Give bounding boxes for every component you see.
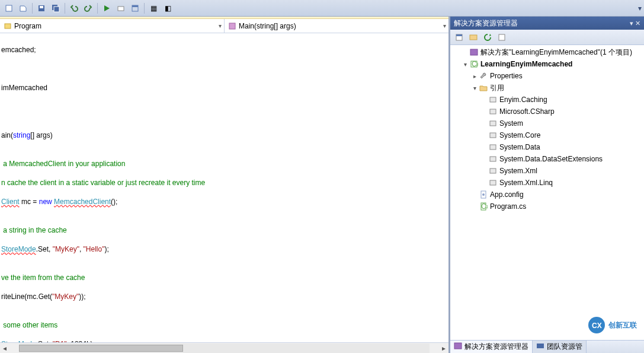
panel-dropdown-icon[interactable]: ▾ ✕ xyxy=(630,20,640,27)
scroll-left-arrow[interactable]: ◂ xyxy=(0,344,9,352)
code-editor-pane: Program ▾ Main(string[] args) ▾ emcached… xyxy=(0,17,450,353)
svg-rect-12 xyxy=(470,35,477,40)
panel-titlebar[interactable]: 解决方案资源管理器 ▾ ✕ xyxy=(450,17,644,30)
toolbar-start-button[interactable] xyxy=(100,2,113,15)
reference-item[interactable]: ▶Microsoft.CSharp xyxy=(450,106,644,117)
reference-item[interactable]: ▶System.Data xyxy=(450,141,644,153)
toolbar-button[interactable]: ◧ xyxy=(161,2,174,15)
reference-item[interactable]: ▶System.Data.DataSetExtensions xyxy=(450,153,644,165)
svg-rect-11 xyxy=(456,34,462,36)
main-toolbar: ▦ ◧ ▾ xyxy=(0,0,644,17)
toolbar-button[interactable] xyxy=(2,2,15,15)
toolbar-separator xyxy=(144,3,145,14)
svg-rect-2 xyxy=(40,6,43,8)
file-node-appconfig[interactable]: ▶App.config xyxy=(450,189,644,201)
show-all-button[interactable] xyxy=(467,31,480,43)
file-node-programcs[interactable]: ▶C#Program.cs xyxy=(450,201,644,212)
svg-rect-30 xyxy=(537,344,544,348)
toolbar-button[interactable] xyxy=(114,2,127,15)
scroll-right-arrow[interactable]: ▸ xyxy=(439,344,448,352)
reference-icon xyxy=(488,142,498,152)
panel-title: 解决方案资源管理器 xyxy=(454,18,518,28)
collapse-button[interactable] xyxy=(495,31,508,43)
svg-rect-29 xyxy=(454,343,462,349)
solution-icon xyxy=(469,47,479,57)
scrollbar-thumb[interactable] xyxy=(19,345,183,352)
refresh-button[interactable] xyxy=(481,31,494,43)
toolbar-separator xyxy=(97,3,98,14)
toolbar-button[interactable]: ▦ xyxy=(147,2,160,15)
reference-icon xyxy=(488,166,498,176)
team-icon xyxy=(536,342,544,352)
reference-icon xyxy=(488,131,498,140)
references-node[interactable]: ▾ 引用 xyxy=(450,82,644,94)
toolbar-undo-button[interactable] xyxy=(68,2,81,15)
toolbar-button[interactable] xyxy=(17,2,30,15)
svg-rect-7 xyxy=(132,5,138,7)
svg-rect-8 xyxy=(5,24,11,28)
chevron-down-icon: ▾ xyxy=(219,23,222,29)
solution-explorer-icon xyxy=(454,342,462,352)
references-label: 引用 xyxy=(490,83,504,93)
toolbar-saveall-button[interactable] xyxy=(49,2,62,15)
reference-icon xyxy=(488,95,498,104)
svg-rect-20 xyxy=(490,133,496,138)
wrench-icon xyxy=(479,71,488,81)
toolbar-overflow-button[interactable]: ▾ xyxy=(638,4,642,12)
expander-icon[interactable]: ▾ xyxy=(470,85,479,91)
expander-icon[interactable]: ▸ xyxy=(470,73,479,79)
class-dropdown[interactable]: Program ▾ xyxy=(0,19,225,33)
svg-rect-19 xyxy=(490,121,496,126)
tab-team-explorer[interactable]: 团队资源管 xyxy=(533,341,587,353)
svg-rect-13 xyxy=(499,34,505,40)
properties-node[interactable]: ▸ Properties xyxy=(450,70,644,82)
toolbar-redo-button[interactable] xyxy=(82,2,95,15)
project-label: LearningEnyimMemcached xyxy=(480,60,572,68)
member-dropdown-label: Main(string[] args) xyxy=(239,22,296,30)
reference-item[interactable]: ▶System.Core xyxy=(450,129,644,141)
solution-tree[interactable]: ▶ 解决方案"LearningEnyimMemcached"(1 个项目) ▾ … xyxy=(450,45,644,340)
svg-rect-18 xyxy=(490,109,496,114)
svg-rect-4 xyxy=(54,7,59,12)
scrollbar-track[interactable] xyxy=(19,344,430,353)
class-icon xyxy=(4,22,12,30)
chevron-down-icon: ▾ xyxy=(443,23,446,29)
svg-rect-24 xyxy=(490,180,496,185)
folder-icon xyxy=(479,83,488,93)
reference-item[interactable]: ▶System.Xml xyxy=(450,165,644,177)
solution-node[interactable]: ▶ 解决方案"LearningEnyimMemcached"(1 个项目) xyxy=(450,46,644,58)
solution-explorer-panel: 解决方案资源管理器 ▾ ✕ ▶ 解决方案"LearningEnyimMemcac… xyxy=(450,17,644,353)
csproj-icon: C# xyxy=(469,59,479,69)
svg-rect-14 xyxy=(470,49,478,55)
svg-rect-23 xyxy=(490,168,496,173)
tab-solution-explorer[interactable]: 解决方案资源管理器 xyxy=(450,341,533,353)
panel-bottom-tabs: 解决方案资源管理器 团队资源管 xyxy=(450,340,644,353)
reference-icon xyxy=(488,154,498,164)
svg-text:C#: C# xyxy=(472,60,478,68)
svg-rect-17 xyxy=(490,97,496,102)
method-icon xyxy=(228,22,236,30)
reference-icon xyxy=(488,119,498,128)
reference-item[interactable]: ▶System.Xml.Linq xyxy=(450,177,644,189)
expander-icon[interactable]: ▾ xyxy=(461,61,469,68)
reference-item[interactable]: ▶Enyim.Caching xyxy=(450,94,644,106)
toolbar-separator xyxy=(65,3,65,14)
properties-button[interactable] xyxy=(453,31,466,43)
toolbar-button[interactable] xyxy=(129,2,142,15)
member-dropdown[interactable]: Main(string[] args) ▾ xyxy=(225,19,448,33)
config-file-icon xyxy=(479,190,488,199)
code-editor[interactable]: emcached; imMemcached ain(string[] args)… xyxy=(0,33,448,342)
reference-icon xyxy=(488,178,498,187)
toolbar-save-button[interactable] xyxy=(35,2,48,15)
horizontal-scrollbar[interactable]: ◂ ▸ xyxy=(0,342,448,353)
reference-item[interactable]: ▶System xyxy=(450,117,644,129)
navigation-bar: Program ▾ Main(string[] args) ▾ xyxy=(0,19,448,33)
class-dropdown-label: Program xyxy=(14,22,41,30)
cs-file-icon: C# xyxy=(479,202,488,211)
project-node[interactable]: ▾ C# LearningEnyimMemcached xyxy=(450,58,644,70)
toolbar-separator xyxy=(32,3,33,14)
svg-text:C#: C# xyxy=(481,202,488,211)
svg-rect-21 xyxy=(490,145,496,150)
reference-icon xyxy=(488,107,498,116)
svg-rect-0 xyxy=(6,5,12,11)
